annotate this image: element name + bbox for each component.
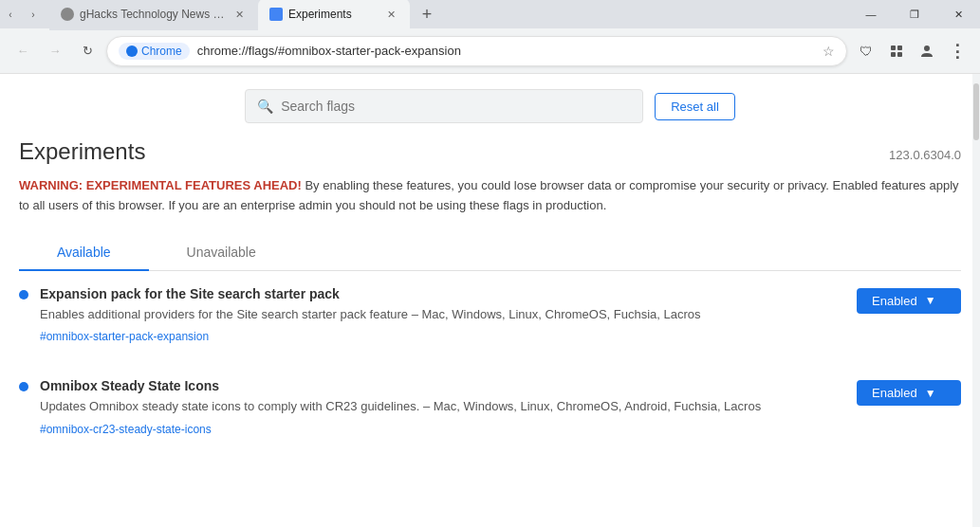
flag-desc-2: Updates Omnibox steady state icons to co… xyxy=(40,397,845,416)
extensions-icon[interactable] xyxy=(883,38,910,64)
flags-warning: WARNING: EXPERIMENTAL FEATURES AHEAD! By… xyxy=(19,176,961,216)
flag-link-1[interactable]: #omnibox-starter-pack-expansion xyxy=(40,330,209,343)
shield-icon[interactable]: 🛡 xyxy=(853,38,879,64)
warning-bold-text: WARNING: EXPERIMENTAL FEATURES AHEAD! xyxy=(19,178,302,192)
page-title: Experiments xyxy=(19,138,145,165)
back-button[interactable]: ← xyxy=(9,38,36,64)
tab-ghacks[interactable]: gHacks Technology News and ✕ xyxy=(49,0,258,30)
omnibox-url: chrome://flags/#omnibox-starter-pack-exp… xyxy=(197,44,815,58)
flags-title-row: Experiments 123.0.6304.0 xyxy=(19,138,961,165)
toolbar-icons: 🛡 ⋮ xyxy=(853,38,971,64)
scrollbar-thumb[interactable] xyxy=(973,83,979,140)
svg-rect-3 xyxy=(897,52,902,57)
flags-search-area: 🔍 Reset all xyxy=(0,74,980,138)
restore-button[interactable]: ❐ xyxy=(893,0,936,28)
minimize-button[interactable]: — xyxy=(849,0,893,28)
svg-rect-2 xyxy=(891,52,896,57)
tab-available[interactable]: Available xyxy=(19,235,149,271)
omnibox-chip-icon xyxy=(126,45,138,57)
flag-name-2: Omnibox Steady State Icons xyxy=(40,378,845,393)
flag-name-1: Expansion pack for the Site search start… xyxy=(40,286,845,301)
flag-status-1: Enabled xyxy=(872,294,917,308)
flag-link-2[interactable]: #omnibox-cr23-steady-state-icons xyxy=(40,423,212,436)
tab-ghacks-label: gHacks Technology News and xyxy=(80,8,226,21)
version-number: 123.0.6304.0 xyxy=(889,148,961,162)
tab-ghacks-close[interactable]: ✕ xyxy=(231,7,247,22)
bookmark-star-icon[interactable]: ☆ xyxy=(823,44,835,59)
tab-experiments-close[interactable]: ✕ xyxy=(383,7,398,22)
flag-dropdown-arrow-2: ▼ xyxy=(925,387,936,400)
window-controls: — ❐ ✕ xyxy=(849,0,980,28)
forward-button[interactable]: → xyxy=(42,38,68,64)
new-tab-button[interactable]: + xyxy=(414,1,440,27)
flag-dropdown-1[interactable]: Enabled ▼ xyxy=(857,288,961,314)
tab-scroll-right[interactable]: › xyxy=(23,4,44,25)
flag-item-2: Omnibox Steady State Icons Updates Omnib… xyxy=(19,378,961,452)
browser-frame: ‹ › gHacks Technology News and ✕ Experim… xyxy=(0,0,980,527)
svg-point-4 xyxy=(924,45,930,51)
tab-unavailable[interactable]: Unavailable xyxy=(149,235,294,271)
svg-rect-0 xyxy=(891,45,896,50)
flag-status-2: Enabled xyxy=(872,386,917,400)
refresh-button[interactable]: ↻ xyxy=(74,38,101,64)
tab-experiments-favicon xyxy=(269,8,283,21)
svg-rect-1 xyxy=(897,45,902,50)
flag-item-1: Expansion pack for the Site search start… xyxy=(19,286,961,360)
flag-dot-1 xyxy=(19,290,28,300)
search-flags-input[interactable] xyxy=(281,99,631,114)
flag-dropdown-arrow-1: ▼ xyxy=(925,294,936,307)
page-content: 🔍 Reset all Experiments 123.0.6304.0 WAR… xyxy=(0,74,980,527)
menu-icon[interactable]: ⋮ xyxy=(944,38,971,64)
tab-scroll-left[interactable]: ‹ xyxy=(0,4,21,25)
tab-experiments[interactable]: Experiments ✕ xyxy=(258,0,410,30)
profile-icon[interactable] xyxy=(914,38,940,64)
flag-dropdown-2[interactable]: Enabled ▼ xyxy=(857,380,961,406)
flag-info-2: Omnibox Steady State Icons Updates Omnib… xyxy=(28,378,857,437)
flag-desc-1: Enables additional providers for the Sit… xyxy=(40,305,845,324)
flags-tabs: Available Unavailable xyxy=(19,235,961,271)
flags-search-box[interactable]: 🔍 xyxy=(245,89,643,123)
tab-experiments-label: Experiments xyxy=(288,8,378,21)
flag-info-1: Expansion pack for the Site search start… xyxy=(28,286,857,345)
reset-all-button[interactable]: Reset all xyxy=(655,93,735,120)
omnibox-chip: Chrome xyxy=(119,43,190,60)
omnibox[interactable]: Chrome chrome://flags/#omnibox-starter-p… xyxy=(106,36,847,66)
omnibox-chip-label: Chrome xyxy=(141,45,182,58)
close-button[interactable]: ✕ xyxy=(936,0,980,28)
flags-main: Experiments 123.0.6304.0 WARNING: EXPERI… xyxy=(0,138,980,527)
search-icon: 🔍 xyxy=(257,99,273,114)
address-bar: ← → ↻ Chrome chrome://flags/#omnibox-sta… xyxy=(0,28,980,74)
top-bar: ‹ › gHacks Technology News and ✕ Experim… xyxy=(0,0,980,28)
tab-arrows: ‹ › xyxy=(0,4,44,25)
scrollbar[interactable] xyxy=(972,74,980,527)
flag-dot-2 xyxy=(19,382,28,391)
tab-ghacks-favicon xyxy=(61,8,74,21)
